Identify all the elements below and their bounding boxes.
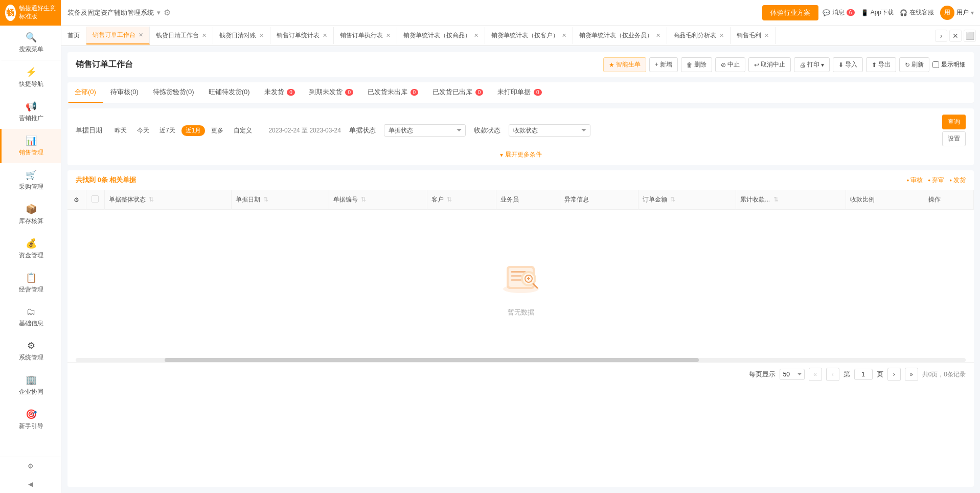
not-shipped-badge: 0: [287, 89, 295, 96]
th-collected[interactable]: 累计收款... ⇅: [736, 190, 846, 210]
th-settings[interactable]: ⚙: [67, 190, 86, 210]
date-option-7days[interactable]: 近7天: [155, 125, 179, 136]
tab-sales-stat[interactable]: 销售订单统计表 ✕: [270, 27, 334, 44]
tab-maximize[interactable]: ⬜: [964, 30, 976, 42]
tab-margin-analysis[interactable]: 商品毛利分析表 ✕: [667, 27, 731, 44]
page-number-input[interactable]: [854, 369, 873, 380]
tab-sales-stat-product-close[interactable]: ✕: [474, 32, 478, 39]
online-service-btn[interactable]: 🎧 在线客服: [900, 8, 934, 17]
horizontal-scrollbar[interactable]: [76, 358, 966, 362]
tab-sales-stat-customer-close[interactable]: ✕: [562, 32, 566, 39]
suspend-btn[interactable]: ⊘ 中止: [715, 57, 745, 72]
sidebar-item-enterprise[interactable]: 🏢 企业协同: [0, 368, 61, 402]
th-amount[interactable]: 订单金额 ⇅: [638, 190, 736, 210]
collapse-btn[interactable]: ◀: [0, 475, 61, 493]
tab-close-all[interactable]: ✕: [949, 30, 962, 42]
filter-tab-shipped-out[interactable]: 已发货已出库 0: [425, 82, 490, 103]
tab-sales-stat-staff-close[interactable]: ✕: [656, 32, 660, 39]
tab-margin-analysis-close[interactable]: ✕: [719, 32, 724, 39]
show-detail-checkbox-label[interactable]: 显示明细: [932, 60, 966, 69]
sidebar-item-purchase[interactable]: 🛒 采购管理: [0, 163, 61, 197]
tab-sales-workbench[interactable]: 销售订单工作台 ✕: [86, 27, 150, 44]
filter-tab-shipped-not-out[interactable]: 已发货未出库 0: [360, 82, 425, 103]
page-next-btn[interactable]: ›: [887, 368, 901, 381]
scrollbar-thumb[interactable]: [165, 358, 699, 362]
tab-sales-profit[interactable]: 销售毛利 ✕: [731, 27, 776, 44]
sidebar-item-search[interactable]: 🔍 搜索菜单: [0, 26, 61, 60]
th-number[interactable]: 单据编号 ⇅: [329, 190, 427, 210]
ai-smart-btn[interactable]: ★ 智能生单: [603, 57, 646, 72]
review-action[interactable]: 审核: [906, 176, 923, 185]
page-prev-btn[interactable]: ‹: [826, 368, 839, 381]
th-customer[interactable]: 客户 ⇅: [427, 190, 496, 210]
tab-sales-stat-staff[interactable]: 销货单统计表（按业务员） ✕: [573, 27, 667, 44]
expand-conditions-btn[interactable]: ▾ 展开更多条件: [500, 150, 542, 159]
status-select[interactable]: 单据状态: [384, 124, 466, 137]
abandon-review-action[interactable]: 弃审: [928, 176, 944, 185]
tab-cash-clear[interactable]: 钱货日清工作台 ✕: [150, 27, 213, 44]
tab-sales-stat-customer[interactable]: 销货单统计表（按客户） ✕: [485, 27, 573, 44]
delete-btn[interactable]: 🗑 删除: [681, 57, 712, 72]
payment-select[interactable]: 收款状态: [509, 124, 590, 137]
filter-tab-not-shipped[interactable]: 未发货 0: [257, 82, 302, 103]
th-checkbox[interactable]: [86, 190, 104, 210]
sidebar-item-marketing[interactable]: 📢 营销推广: [0, 95, 61, 129]
add-btn[interactable]: + 新增: [649, 57, 678, 72]
sidebar-item-system[interactable]: ⚙ 系统管理: [0, 334, 61, 368]
filter-tab-pending-review[interactable]: 待审核(0): [103, 82, 146, 103]
cancel-suspend-btn[interactable]: ↩ 取消中止: [748, 57, 791, 72]
date-option-today[interactable]: 今天: [133, 125, 153, 136]
tab-scroll-right[interactable]: ›: [935, 30, 947, 42]
date-option-more[interactable]: 更多: [207, 125, 227, 136]
date-option-yesterday[interactable]: 昨天: [110, 125, 131, 136]
page-size-select[interactable]: 50 10 20 100: [780, 369, 805, 380]
sidebar-item-base[interactable]: 🗂 基础信息: [0, 300, 61, 334]
tab-sales-stat-product[interactable]: 销货单统计表（按商品） ✕: [397, 27, 485, 44]
settings-filter-btn[interactable]: 设置: [942, 131, 966, 146]
sidebar-item-inventory[interactable]: 📦 库存核算: [0, 197, 61, 232]
tab-sales-exec[interactable]: 销售订单执行表 ✕: [334, 27, 397, 44]
shipped-not-out-badge: 0: [411, 89, 419, 96]
app-download-btn[interactable]: 📱 App下载: [861, 8, 894, 17]
sidebar-item-operation[interactable]: 📋 经营管理: [0, 266, 61, 300]
sidebar-item-finance[interactable]: 💰 资金管理: [0, 232, 61, 266]
query-btn[interactable]: 查询: [942, 115, 966, 129]
sidebar-item-quick-nav[interactable]: ⚡ 快捷导航: [0, 60, 61, 95]
settings-bottom-btn[interactable]: ⚙: [0, 457, 61, 475]
filter-tab-not-printed[interactable]: 未打印单据 0: [490, 82, 549, 103]
show-detail-checkbox[interactable]: [932, 61, 939, 68]
date-option-custom[interactable]: 自定义: [230, 125, 256, 136]
page-last-btn[interactable]: »: [905, 368, 918, 381]
page-first-btn[interactable]: «: [809, 368, 822, 381]
sidebar-item-guide[interactable]: 🎯 新手引导: [0, 402, 61, 437]
refresh-btn[interactable]: ↻ 刷新: [899, 57, 929, 72]
filter-tab-overdue[interactable]: 到期未发货 0: [302, 82, 360, 103]
message-btn[interactable]: 💬 消息 6: [823, 8, 855, 17]
tab-sales-profit-close[interactable]: ✕: [764, 32, 769, 39]
tab-cash-reconcile[interactable]: 钱货日清对账 ✕: [213, 27, 270, 44]
export-btn[interactable]: ⬆ 导出: [866, 57, 896, 72]
th-status[interactable]: 单据整体状态 ⇅: [104, 190, 231, 210]
tab-sales-exec-close[interactable]: ✕: [386, 32, 391, 39]
dropdown-icon[interactable]: ▾: [157, 9, 161, 16]
ship-action[interactable]: 发货: [949, 176, 966, 185]
tab-sales-workbench-close[interactable]: ✕: [139, 32, 143, 38]
settings-icon[interactable]: ⚙: [164, 8, 171, 17]
filter-tab-wangpu[interactable]: 旺铺待发货(0): [201, 82, 257, 103]
tab-home[interactable]: 首页: [61, 27, 86, 44]
tab-cash-clear-close[interactable]: ✕: [202, 32, 207, 39]
date-option-month[interactable]: 近1月: [181, 125, 206, 136]
import-btn[interactable]: ⬇ 导入: [833, 57, 863, 72]
tab-sales-stat-product-label: 销货单统计表（按商品）: [403, 31, 471, 40]
sidebar-item-sales[interactable]: 📊 销售管理: [0, 129, 61, 163]
th-date[interactable]: 单据日期 ⇅: [231, 190, 329, 210]
sales-icon: 📊: [26, 135, 37, 146]
filter-tab-all[interactable]: 全部(0): [67, 82, 103, 103]
tab-cash-reconcile-close[interactable]: ✕: [259, 32, 264, 39]
trial-btn[interactable]: 体验行业方案: [762, 5, 818, 20]
tab-sales-stat-close[interactable]: ✕: [323, 32, 327, 39]
print-btn[interactable]: 🖨 打印 ▾: [794, 57, 830, 72]
user-info[interactable]: 用 用户 ▾: [940, 6, 974, 20]
filter-tab-pending-inspect[interactable]: 待拣货验货(0): [146, 82, 201, 103]
cancel-suspend-label: 取消中止: [761, 60, 785, 69]
